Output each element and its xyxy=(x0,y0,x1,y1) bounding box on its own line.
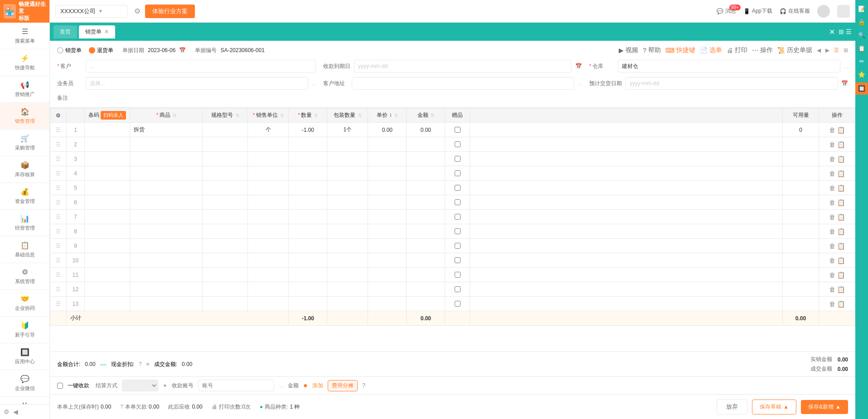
cell-qty-10[interactable] xyxy=(289,253,327,268)
tab-layout-icon[interactable]: ⊞ xyxy=(839,28,844,35)
cell-spec-3[interactable] xyxy=(203,152,248,166)
copy-row-icon-2[interactable]: 📋 xyxy=(837,141,845,148)
gift-checkbox-13[interactable] xyxy=(455,301,461,307)
cell-qty-9[interactable] xyxy=(289,239,327,253)
cell-unit-7[interactable] xyxy=(248,210,289,224)
cell-spec-5[interactable] xyxy=(203,181,248,195)
cell-gift-5[interactable] xyxy=(445,181,470,195)
cell-price-11[interactable] xyxy=(368,268,407,282)
delete-row-icon-3[interactable]: 🗑 xyxy=(829,155,835,163)
cell-barcode-2[interactable] xyxy=(85,137,130,152)
abandon-button[interactable]: 放弃 xyxy=(717,399,747,414)
cell-qty-1[interactable]: -1.00 xyxy=(289,123,327,137)
cell-barcode-3[interactable] xyxy=(85,152,130,166)
cell-price-6[interactable] xyxy=(368,195,407,210)
delete-row-icon-9[interactable]: 🗑 xyxy=(829,242,835,250)
cell-gift-7[interactable] xyxy=(445,210,470,224)
sidebar-item-inventory[interactable]: 📦 库存核算 xyxy=(0,156,49,183)
delete-row-icon-5[interactable]: 🗑 xyxy=(829,184,835,192)
company-selector[interactable]: XXXXXX公司 ▼ xyxy=(55,5,128,18)
tab-home[interactable]: 首页 xyxy=(53,25,77,39)
delete-row-icon-12[interactable]: 🗑 xyxy=(829,286,835,293)
cell-amount-3[interactable] xyxy=(407,152,445,166)
sidebar-item-marketing[interactable]: 📢 营销推广 xyxy=(0,76,49,103)
cell-gift-11[interactable] xyxy=(445,268,470,282)
print-btn[interactable]: 🖨 打印 xyxy=(727,46,747,54)
sidebar-item-search[interactable]: ☰ 搜索菜单 xyxy=(0,23,49,49)
cell-goods-12[interactable] xyxy=(130,282,203,297)
copy-row-icon-9[interactable]: 📋 xyxy=(837,242,845,250)
cell-qty-13[interactable] xyxy=(289,297,327,311)
cell-barcode-1[interactable] xyxy=(85,123,130,137)
right-icon-1[interactable]: 📝 xyxy=(856,4,867,14)
calendar-icon[interactable]: 📅 xyxy=(179,47,186,53)
warehouse-input[interactable]: 建材仓 xyxy=(618,60,840,72)
delete-row-icon-4[interactable]: 🗑 xyxy=(829,170,835,177)
cell-goods-3[interactable] xyxy=(130,152,203,166)
message-group[interactable]: 💬 消息 99+ xyxy=(717,7,736,15)
gift-checkbox-9[interactable] xyxy=(455,243,461,249)
cell-gift-8[interactable] xyxy=(445,224,470,239)
cell-spec-4[interactable] xyxy=(203,166,248,181)
gift-checkbox-7[interactable] xyxy=(455,214,461,220)
sidebar-item-wechat[interactable]: 💬 企业微信 xyxy=(0,370,49,397)
gift-checkbox-4[interactable] xyxy=(455,170,461,176)
cell-amount-5[interactable] xyxy=(407,181,445,195)
cell-barcode-11[interactable] xyxy=(85,268,130,282)
tab-sales-order[interactable]: 销货单 ✕ xyxy=(79,25,115,39)
copy-row-icon-5[interactable]: 📋 xyxy=(837,184,845,192)
date-value[interactable]: 2023-06-06 xyxy=(148,47,175,53)
cell-price-9[interactable] xyxy=(368,239,407,253)
tab-list-icon[interactable]: ☰ xyxy=(846,28,852,35)
copy-row-icon-8[interactable]: 📋 xyxy=(837,228,845,235)
cell-pkgqty-9[interactable] xyxy=(327,239,368,253)
video-btn[interactable]: ▶ 视频 xyxy=(619,46,638,54)
cell-unit-9[interactable] xyxy=(248,239,289,253)
due-date-input[interactable]: yyyy-mm-dd xyxy=(354,60,572,72)
minus-icon[interactable]: — xyxy=(100,361,107,368)
delete-row-icon-6[interactable]: 🗑 xyxy=(829,199,835,206)
cell-gift-9[interactable] xyxy=(445,239,470,253)
header-settings-icon[interactable]: ⚙ xyxy=(134,7,141,15)
delete-row-icon-1[interactable]: 🗑 xyxy=(829,126,835,134)
cell-spec-6[interactable] xyxy=(203,195,248,210)
right-icon-4[interactable]: 📋 xyxy=(856,43,867,53)
gift-checkbox-12[interactable] xyxy=(455,286,461,292)
cell-qty-7[interactable] xyxy=(289,210,327,224)
copy-row-icon-6[interactable]: 📋 xyxy=(837,199,845,206)
cell-pkgqty-3[interactable] xyxy=(327,152,368,166)
cell-barcode-13[interactable] xyxy=(85,297,130,311)
cell-spec-12[interactable] xyxy=(203,282,248,297)
shortcut-btn[interactable]: ⌨ 快捷键 xyxy=(665,46,695,54)
cell-spec-7[interactable] xyxy=(203,210,248,224)
scan-btn[interactable]: 扫码录入 xyxy=(101,111,126,120)
cell-qty-8[interactable] xyxy=(289,224,327,239)
cell-unit-12[interactable] xyxy=(248,282,289,297)
fee-btn[interactable]: 费用分摊 xyxy=(328,380,358,391)
radio-return-order[interactable]: 退货单 xyxy=(89,47,113,54)
customer-input[interactable]: ... xyxy=(86,60,316,72)
gift-checkbox-3[interactable] xyxy=(455,156,461,162)
trial-button[interactable]: 体验行业方案 xyxy=(145,5,195,18)
cell-qty-5[interactable] xyxy=(289,181,327,195)
delete-row-icon-13[interactable]: 🗑 xyxy=(829,300,835,308)
cell-spec-10[interactable] xyxy=(203,253,248,268)
cell-amount-8[interactable] xyxy=(407,224,445,239)
cell-goods-4[interactable] xyxy=(130,166,203,181)
cell-amount-11[interactable] xyxy=(407,268,445,282)
cell-goods-8[interactable] xyxy=(130,224,203,239)
cell-unit-3[interactable] xyxy=(248,152,289,166)
cell-barcode-6[interactable] xyxy=(85,195,130,210)
cell-spec-9[interactable] xyxy=(203,239,248,253)
sidebar-item-system[interactable]: ⚙ 系统管理 xyxy=(0,263,49,290)
cell-amount-10[interactable] xyxy=(407,253,445,268)
expected-date-input[interactable]: yyyy-mm-dd xyxy=(626,77,838,90)
cell-price-2[interactable] xyxy=(368,137,407,152)
cell-spec-2[interactable] xyxy=(203,137,248,152)
cell-pkgqty-1[interactable]: 1个 xyxy=(327,123,368,137)
cell-unit-1[interactable]: 个 xyxy=(248,123,289,137)
right-icon-6[interactable]: ⭐ xyxy=(856,69,867,80)
cell-goods-9[interactable] xyxy=(130,239,203,253)
delete-row-icon-7[interactable]: 🗑 xyxy=(829,213,835,221)
cell-spec-11[interactable] xyxy=(203,268,248,282)
